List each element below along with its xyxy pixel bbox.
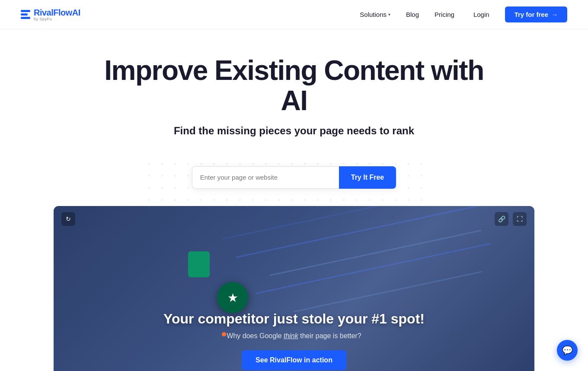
main-nav: Solutions ▾ Blog Pricing Login Try for f… [360,6,567,22]
grid-dot [356,199,358,201]
grid-dot [408,199,409,201]
grid-dot [265,163,267,165]
grid-dot [421,175,422,177]
grid-dot [304,163,306,165]
grid-dot [148,163,150,165]
grid-dot [395,163,396,165]
expand-icon: ⛶ [517,216,523,222]
grid-dot [343,199,345,201]
grid-dot [395,199,396,201]
toolbar-right: 🔗 ⛶ [495,212,527,226]
demo-link-button[interactable]: 🔗 [495,212,508,226]
logo-bar-3 [21,17,30,19]
grid-dot [187,163,189,165]
grid-dot [187,175,189,177]
grid-dot [304,199,306,201]
chevron-down-icon: ▾ [388,12,390,17]
hero-section: Improve Existing Content with AI Find th… [0,29,588,206]
see-rivalflow-button[interactable]: See RivalFlow in action [242,350,346,370]
nav-pricing[interactable]: Pricing [435,11,454,18]
arrow-right-icon: → [552,11,558,18]
grid-dot [278,163,280,165]
grid-dot [343,163,345,165]
demo-text-block: Your competitor just stole your #1 spot!… [163,311,425,370]
grid-dot [421,199,422,201]
hero-title: Improve Existing Content with AI [99,55,489,116]
chat-icon: 💬 [562,345,573,355]
grid-dot [265,199,267,201]
grid-dot [200,199,202,201]
grid-dot [408,163,409,165]
logo-bar-1 [21,10,30,12]
grid-dot [369,199,371,201]
logo-text: RivalFlowAI by SpyFu [34,8,80,21]
search-bar: Try It Free [192,166,396,189]
try-it-free-button[interactable]: Try It Free [339,166,396,189]
demo-subtext: Why does Google think their page is bett… [163,332,425,340]
grid-dot [226,163,228,165]
grid-dot [174,187,176,189]
demo-toolbar: ↻ 🔗 ⛶ [54,206,534,232]
search-input[interactable] [192,166,339,189]
nav-blog[interactable]: Blog [406,11,419,18]
nav-login[interactable]: Login [473,11,489,18]
logo-icon [21,10,30,19]
grid-dot [382,163,383,165]
grid-dot [408,175,409,177]
demo-card: ↻ 🔗 ⛶ [54,206,534,371]
demo-section: ↻ 🔗 ⛶ [45,206,543,371]
logo-main-text: RivalFlowAI [34,8,80,17]
search-section: // Render dots via JS inline const grid … [9,158,579,206]
refresh-icon: ↻ [66,216,71,222]
link-icon: 🔗 [498,216,505,222]
grid-dot [174,163,176,165]
grid-dot [291,163,293,165]
grid-dot [330,163,332,165]
grid-dot [278,199,280,201]
grid-dot [148,187,150,189]
grid-dot [161,199,163,201]
grid-dot [356,163,358,165]
logo-bar-2 [21,13,28,16]
grid-dot [187,187,189,189]
grid-dot [187,199,189,201]
chat-bubble-button[interactable]: 💬 [557,340,578,361]
logo[interactable]: RivalFlowAI by SpyFu [21,8,80,21]
grid-dot [252,163,254,165]
grid-dot [421,163,422,165]
grid-dot [213,199,215,201]
grid-dot [161,163,163,165]
grid-dot [200,163,202,165]
nav-solutions[interactable]: Solutions ▾ [360,11,390,18]
grid-dot [239,163,241,165]
grid-dot [317,199,319,201]
logo-sub-text: by SpyFu [34,17,80,21]
grid-dot [252,199,254,201]
demo-expand-button[interactable]: ⛶ [513,212,527,226]
grid-dot [369,163,371,165]
grid-dot [161,175,163,177]
grid-dot [330,199,332,201]
demo-refresh-button[interactable]: ↻ [61,212,75,226]
grid-dot [226,199,228,201]
grid-dot [161,187,163,189]
grid-dot [174,175,176,177]
grid-dot [382,199,383,201]
grid-dot [213,163,215,165]
grid-dot [239,199,241,201]
grid-dot [174,199,176,201]
think-italic: think [284,332,298,339]
grid-dot [291,199,293,201]
site-header: RivalFlowAI by SpyFu Solutions ▾ Blog Pr… [0,0,588,29]
grid-dot [317,163,319,165]
demo-headline: Your competitor just stole your #1 spot! [163,311,425,327]
nav-try-free-button[interactable]: Try for free → [505,6,567,22]
hero-subtitle: Find the missing pieces your page needs … [9,125,579,137]
grid-dot [148,175,150,177]
grid-dot [421,187,422,189]
grid-dot [148,199,150,201]
grid-dot [408,187,409,189]
